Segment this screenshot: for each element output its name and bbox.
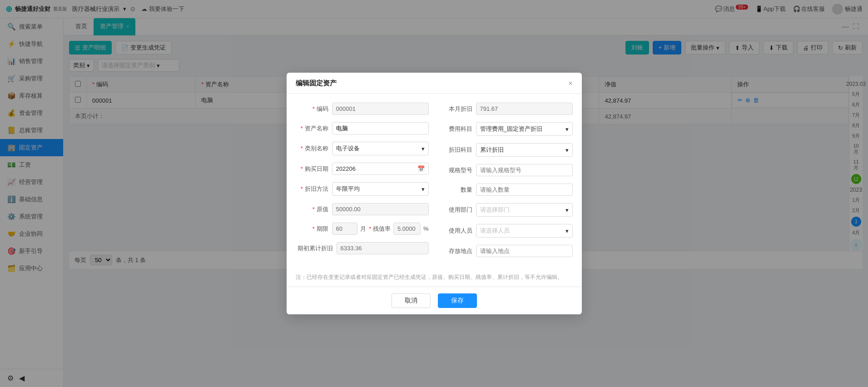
monthly-dep-label: 本月折旧 (440, 105, 476, 113)
monthly-dep-input[interactable] (476, 103, 573, 115)
dialog-left-col: * 编码 * 资产名称 * 类别名称 (296, 103, 429, 264)
initial-acc-input[interactable] (337, 242, 429, 254)
dep-method-value: 年限平均 (336, 185, 360, 193)
period-input[interactable] (332, 223, 358, 235)
residual-rate-label: * 残值率 (369, 225, 391, 233)
code-input[interactable] (332, 103, 429, 115)
cancel-button[interactable]: 取消 (392, 293, 431, 308)
category-value: 电子设备 (336, 144, 360, 153)
asset-name-label: * 资产名称 (296, 124, 332, 133)
note-text: 注：已经存在变更记录或者对应固定资产已经生成凭证，原值、购买日期、残值率、累计折… (296, 274, 563, 280)
form-row-personnel: 使用人员 请选择人员 ▾ (440, 224, 573, 238)
dialog-close-btn[interactable]: × (568, 79, 572, 88)
residual-rate-unit: % (423, 225, 429, 232)
dep-subject-chevron: ▾ (565, 147, 569, 154)
expense-subject-value: 管理费用_固定资产折旧 (480, 125, 542, 133)
period-group: 月 * 残值率 % (332, 223, 429, 235)
personnel-placeholder: 请选择人员 (480, 227, 510, 235)
code-label: * 编码 (296, 105, 332, 113)
residual-rate-input[interactable] (393, 223, 421, 235)
department-select[interactable]: 请选择部门 ▾ (476, 203, 573, 217)
dialog-body: * 编码 * 资产名称 * 类别名称 (287, 94, 582, 273)
form-row-category: * 类别名称 电子设备 ▾ (296, 142, 429, 155)
calendar-icon: 📅 (417, 165, 425, 172)
form-row-dep-method: * 折旧方法 年限平均 ▾ (296, 182, 429, 196)
personnel-label: 使用人员 (440, 227, 476, 235)
dep-method-select[interactable]: 年限平均 ▾ (332, 182, 429, 196)
dialog-note: 注：已经存在变更记录或者对应固定资产已经生成凭证，原值、购买日期、残值率、累计折… (287, 273, 582, 287)
dep-method-label: * 折旧方法 (296, 185, 332, 193)
personnel-chevron: ▾ (565, 228, 569, 234)
form-row-spec: 规格型号 (440, 164, 573, 176)
dep-subject-value: 累计折旧 (480, 146, 504, 154)
purchase-date-input[interactable]: 202206 📅 (332, 163, 429, 175)
storage-label: 存放地点 (440, 247, 476, 255)
form-row-department: 使用部门 请选择部门 ▾ (440, 203, 573, 217)
original-value-label: * 原值 (296, 205, 332, 213)
initial-acc-label: 期初累计折旧 (296, 244, 337, 253)
category-chevron: ▾ (422, 145, 425, 152)
expense-subject-select[interactable]: 管理费用_固定资产折旧 ▾ (476, 122, 573, 136)
department-placeholder: 请选择部门 (480, 206, 510, 214)
quantity-input[interactable] (476, 184, 573, 196)
form-row-monthly-dep: 本月折旧 (440, 103, 573, 115)
expense-chevron: ▾ (565, 126, 569, 133)
dept-chevron: ▾ (565, 207, 569, 213)
period-unit: 月 (360, 225, 366, 233)
quantity-label: 数量 (440, 186, 476, 194)
form-row-original-value: * 原值 (296, 203, 429, 215)
personnel-select[interactable]: 请选择人员 ▾ (476, 224, 573, 238)
department-label: 使用部门 (440, 206, 476, 214)
form-row-dep-subject: 折旧科目 累计折旧 ▾ (440, 143, 573, 157)
dep-subject-select[interactable]: 累计折旧 ▾ (476, 143, 573, 157)
purchase-date-value: 202206 (336, 165, 356, 172)
form-row-expense-subject: 费用科目 管理费用_固定资产折旧 ▾ (440, 122, 573, 136)
purchase-date-label: * 购买日期 (296, 165, 332, 173)
expense-subject-label: 费用科目 (440, 125, 476, 133)
edit-fixed-asset-dialog: 编辑固定资产 × * 编码 * 资产名称 (287, 73, 582, 314)
period-label: * 期限 (296, 225, 332, 233)
dep-method-chevron: ▾ (422, 186, 425, 193)
original-value-input[interactable] (332, 203, 429, 215)
form-row-purchase-date: * 购买日期 202206 📅 (296, 163, 429, 175)
dialog-header: 编辑固定资产 × (287, 73, 582, 94)
modal-overlay: 编辑固定资产 × * 编码 * 资产名称 (0, 0, 868, 387)
form-row-initial-acc: 期初累计折旧 (296, 242, 429, 254)
asset-name-input[interactable] (332, 122, 429, 134)
form-row-code: * 编码 (296, 103, 429, 115)
form-row-period: * 期限 月 * 残值率 % (296, 223, 429, 235)
form-row-storage: 存放地点 (440, 245, 573, 257)
category-select[interactable]: 电子设备 ▾ (332, 142, 429, 155)
storage-input[interactable] (476, 245, 573, 257)
dialog-right-col: 本月折旧 费用科目 管理费用_固定资产折旧 ▾ 折旧科目 累计折旧 (440, 103, 573, 264)
spec-label: 规格型号 (440, 166, 476, 174)
dialog-footer: 取消 保存 (287, 287, 582, 314)
spec-input[interactable] (476, 164, 573, 176)
dialog-title: 编辑固定资产 (296, 79, 337, 88)
dep-subject-label: 折旧科目 (440, 146, 476, 154)
form-row-asset-name: * 资产名称 (296, 122, 429, 134)
save-button[interactable]: 保存 (438, 293, 477, 308)
category-name-label: * 类别名称 (296, 144, 332, 153)
form-row-quantity: 数量 (440, 184, 573, 196)
